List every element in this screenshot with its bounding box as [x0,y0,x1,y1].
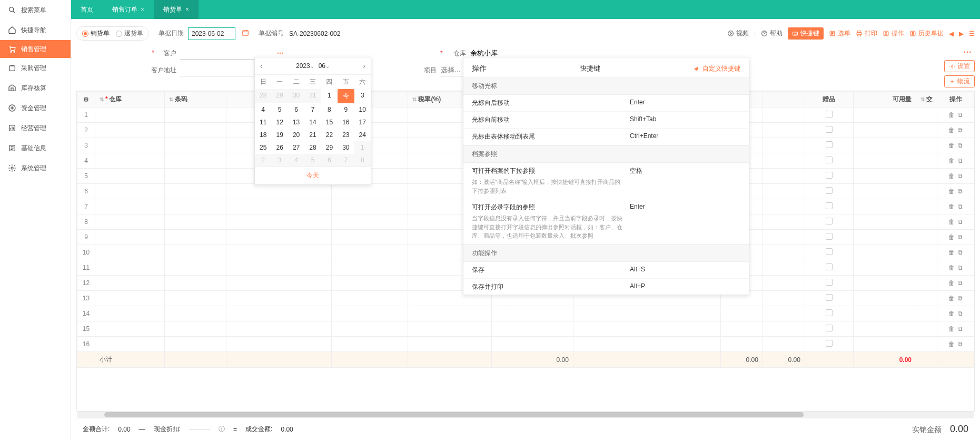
cal-day[interactable]: 10 [354,103,371,116]
gift-checkbox[interactable] [826,294,833,301]
gift-checkbox[interactable] [826,340,833,347]
close-icon[interactable]: × [185,6,189,13]
cal-day[interactable]: 8 [321,103,338,116]
cal-day[interactable]: 29 [271,89,288,103]
delete-icon[interactable]: 🗑 [948,340,955,348]
copy-icon[interactable]: ⧉ [958,126,963,134]
copy-icon[interactable]: ⧉ [958,279,963,287]
cal-prev-icon[interactable]: ‹ [260,62,263,70]
gear-header[interactable]: ⚙ [77,92,95,107]
cal-day[interactable]: 11 [255,116,271,129]
gift-checkbox[interactable] [826,233,833,240]
cal-day[interactable]: 26 [271,141,288,154]
copy-icon[interactable]: ⧉ [958,188,963,195]
cal-day[interactable]: 29 [321,141,338,154]
cal-day[interactable]: 24 [354,129,371,141]
cal-day[interactable]: 21 [304,129,321,141]
cal-day[interactable]: 20 [288,129,304,141]
delete-icon[interactable]: 🗑 [948,142,955,149]
delete-icon[interactable]: 🗑 [948,325,955,333]
cal-day[interactable]: 30 [288,89,304,103]
sidebar-item-system[interactable]: 系统管理 [0,158,71,178]
cal-day[interactable]: 30 [338,141,354,154]
delete-icon[interactable]: 🗑 [948,279,955,287]
copy-icon[interactable]: ⧉ [958,325,963,333]
cal-day[interactable]: 5 [271,103,288,116]
delete-icon[interactable]: 🗑 [948,310,955,317]
cal-day[interactable]: 15 [321,116,338,129]
col-gift[interactable]: 赠品 [805,92,853,107]
copy-icon[interactable]: ⧉ [958,310,963,317]
sidebar-item-info[interactable]: 基础信息 [0,138,71,158]
more-icon[interactable]: ⋯ [960,47,975,57]
cal-day[interactable]: 12 [271,116,288,129]
logistics-button[interactable]: ＋物流 [944,75,975,87]
cal-day[interactable]: 4 [255,103,271,116]
col-warehouse[interactable]: ⇅*仓库 [95,92,165,107]
cal-day[interactable]: 1 [354,141,371,154]
copy-icon[interactable]: ⧉ [958,233,963,241]
copy-icon[interactable]: ⧉ [958,203,963,210]
cal-day[interactable]: 今 [338,89,354,103]
cal-day[interactable]: 7 [338,154,354,167]
cal-day[interactable]: 23 [338,129,354,141]
delete-icon[interactable]: 🗑 [948,249,955,256]
cal-day[interactable]: 17 [354,116,371,129]
sidebar-item-purchase[interactable]: 采购管理 [0,58,71,78]
radio-return[interactable]: 退货单 [116,29,143,38]
gift-checkbox[interactable] [826,248,833,255]
gift-checkbox[interactable] [826,263,833,270]
table-row[interactable]: 15 🗑⧉ [77,321,974,337]
settings-button[interactable]: 设置 [944,60,975,72]
sc-custom-link[interactable]: 自定义快捷键 [694,64,740,73]
close-icon[interactable]: × [141,6,144,13]
cal-year[interactable]: 2023⌄ [296,62,314,70]
cal-day[interactable]: 22 [321,129,338,141]
gift-checkbox[interactable] [826,218,833,224]
delete-icon[interactable]: 🗑 [948,295,955,302]
gift-checkbox[interactable] [826,126,833,133]
cal-month[interactable]: 06⌄ [319,62,330,70]
help-link[interactable]: 帮助 [761,29,783,38]
gift-checkbox[interactable] [826,141,833,148]
print-link[interactable]: 打印 [856,29,877,38]
copy-icon[interactable]: ⧉ [958,340,963,348]
gift-checkbox[interactable] [826,187,833,194]
cal-day[interactable]: 2 [255,154,271,167]
copy-icon[interactable]: ⧉ [958,264,963,271]
copy-icon[interactable]: ⧉ [958,218,963,226]
cal-day[interactable]: 18 [255,129,271,141]
delete-icon[interactable]: 🗑 [948,233,955,241]
menu-icon[interactable]: ☰ [969,30,975,37]
gift-checkbox[interactable] [826,202,833,209]
gift-checkbox[interactable] [826,172,833,179]
copy-icon[interactable]: ⧉ [958,295,963,302]
sidebar-item-search[interactable]: 搜索菜单 [0,0,71,20]
cal-next-icon[interactable]: › [363,62,365,70]
tab-delivery[interactable]: 销货单× [154,0,199,19]
table-row[interactable]: 14 🗑⧉ [77,306,974,321]
cal-day[interactable]: 16 [338,116,354,129]
gift-checkbox[interactable] [826,157,833,163]
cal-day[interactable]: 9 [338,103,354,116]
copy-icon[interactable]: ⧉ [958,111,963,119]
col-avail[interactable]: 可用量 [853,92,916,107]
shortcut-button[interactable]: 快捷键 [788,27,824,40]
copy-icon[interactable]: ⧉ [958,249,963,256]
operate-link[interactable]: 操作 [883,29,904,38]
sidebar-item-sales[interactable]: 销售管理 [0,40,71,58]
table-row[interactable]: 16 🗑⧉ [77,337,974,352]
delete-icon[interactable]: 🗑 [948,218,955,226]
history-link[interactable]: 历史单据 [909,29,944,38]
cal-day[interactable]: 13 [288,116,304,129]
delete-icon[interactable]: 🗑 [948,172,955,180]
select-link[interactable]: 选单 [829,29,850,38]
horizontal-scrollbar[interactable] [77,412,974,418]
cal-day[interactable]: 3 [354,89,371,103]
prev-icon[interactable]: ◀ [949,30,954,37]
col-deliver[interactable]: ⇅交 [916,92,937,107]
cal-day[interactable]: 14 [304,116,321,129]
col-barcode[interactable]: ⇅条码 [164,92,226,107]
cal-day[interactable]: 8 [354,154,371,167]
copy-icon[interactable]: ⧉ [958,157,963,164]
